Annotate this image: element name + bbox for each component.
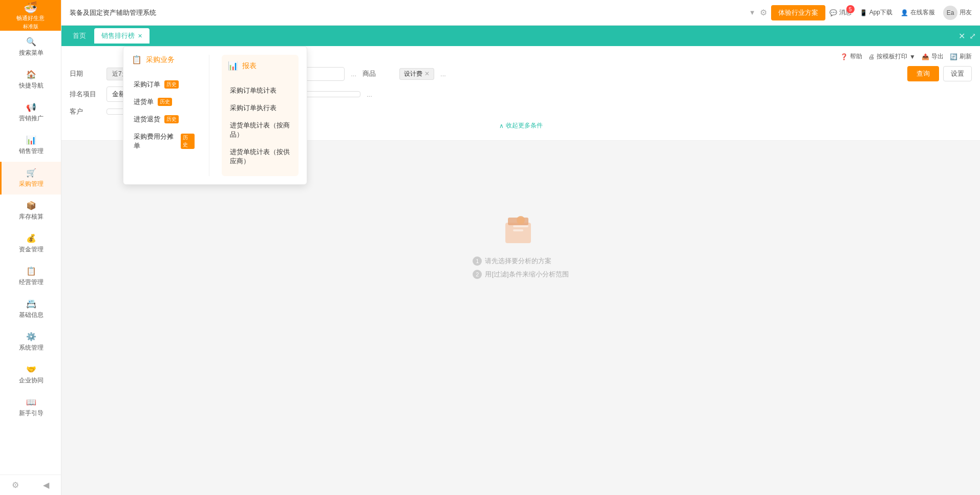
main-area: 装备及固定资产辅助管理系统 ▼ ⚙ 体验行业方案 💬 消息 5 📱 App下载 …: [61, 0, 980, 495]
purchase-report-col: 📊 报表 采购订单统计表 采购订单执行表 进货单统计表（按商品） 进货单统计表（…: [222, 55, 299, 176]
hint-text-2: 用[过滤]条件来缩小分析范围: [485, 270, 568, 279]
menu-item-purchase-order[interactable]: 采购订单 历史: [132, 76, 197, 93]
sales-icon: 📊: [26, 135, 36, 145]
menu-item-return-label: 进货退货: [134, 115, 160, 124]
app-download-item[interactable]: 📱 App下载: [860, 8, 892, 17]
tab-close-all-icon[interactable]: ✕: [958, 31, 965, 41]
messages-item[interactable]: 💬 消息 5: [829, 8, 851, 17]
order-status-dots[interactable]: ...: [351, 70, 356, 78]
menu-item-purchase-order-label: 采购订单: [134, 80, 160, 89]
svg-rect-3: [513, 225, 528, 227]
home-icon: 🏠: [26, 70, 36, 79]
incoming-stats-supplier-label: 进货单统计表（按供应商）: [230, 147, 291, 166]
operation-icon: 📋: [26, 266, 36, 276]
refresh-label: 刷新: [960, 52, 972, 61]
tab-sales-ranking-label: 销售排行榜: [101, 31, 135, 40]
tab-close-icon[interactable]: ✕: [138, 33, 142, 39]
sidebar-item-system[interactable]: ⚙️ 系统管理: [0, 326, 61, 358]
menu-item-incoming-stats-supplier[interactable]: 进货单统计表（按供应商）: [228, 143, 293, 170]
sidebar-item-guide[interactable]: 📖 新手引导: [0, 391, 61, 424]
tab-bar: 首页 销售排行榜 ✕ ✕ ⤢: [61, 26, 980, 46]
date-label: 日期: [70, 69, 100, 78]
tab-home[interactable]: 首页: [66, 28, 93, 44]
industry-btn[interactable]: 体验行业方案: [771, 5, 825, 20]
user-item[interactable]: Ea 用友: [943, 6, 972, 20]
print-btn[interactable]: 🖨 按模板打印 ▼: [868, 52, 915, 61]
toolbar-right: ❓ 帮助 🖨 按模板打印 ▼ 📤 导出 🔄 刷新: [840, 52, 972, 61]
phone-icon: 📱: [860, 9, 867, 16]
print-dropdown-icon: ▼: [909, 53, 915, 60]
menu-item-purchase-cost-label: 采购费用分摊单: [134, 132, 177, 150]
settings-button[interactable]: 设置: [943, 66, 972, 81]
logo-icon: 🍜: [24, 1, 37, 14]
report-label: 报表: [242, 61, 257, 71]
system-title: 装备及固定资产辅助管理系统: [70, 8, 745, 17]
sidebar-item-basic-info[interactable]: 📇 基础信息: [0, 293, 61, 326]
purchase-order-history-badge: 历史: [164, 80, 179, 89]
menu-item-purchase-order-exec[interactable]: 采购订单执行表: [228, 99, 293, 117]
svg-point-2: [517, 216, 525, 224]
purchase-dropdown-menu: 📋 采购业务 采购订单 历史 进货单 历史 进货退货 历史 采购费用分摊单: [123, 46, 307, 185]
online-service-label: 在线客服: [910, 8, 935, 17]
dropdown-arrow[interactable]: ▼: [749, 9, 756, 16]
purchase-biz-icon: 📋: [132, 55, 142, 64]
sidebar-settings-btn[interactable]: ⚙: [12, 480, 19, 490]
menu-item-incoming-label: 进货单: [134, 97, 154, 106]
marketing-icon: 📢: [26, 102, 36, 112]
help-icon: ❓: [840, 53, 848, 60]
goods-tag-text: 设计费: [404, 70, 422, 78]
inventory-icon: 📦: [26, 201, 36, 210]
user-label: 用友: [960, 8, 972, 17]
empty-hint-2: 2 用[过滤]条件来缩小分析范围: [473, 270, 568, 279]
enterprise-icon: 🤝: [26, 364, 36, 374]
menu-item-incoming-stats-goods[interactable]: 进货单统计表（按商品）: [228, 117, 293, 143]
sidebar-item-operation[interactable]: 📋 经营管理: [0, 260, 61, 293]
sidebar-item-sales[interactable]: 📊 销售管理: [0, 129, 61, 162]
collapse-button[interactable]: ∧ 收起更多条件: [499, 121, 543, 130]
hint-num-1: 1: [473, 256, 482, 266]
export-label: 导出: [931, 52, 944, 61]
sidebar-label-purchase: 采购管理: [19, 180, 44, 188]
messages-badge: 5: [846, 5, 855, 13]
query-button[interactable]: 查询: [907, 66, 939, 81]
sidebar-nav: 🔍 搜索菜单 🏠 快捷导航 📢 营销推广 📊 销售管理 🛒 采购管理 📦 库存核…: [0, 31, 61, 475]
menu-item-purchase-cost[interactable]: 采购费用分摊单 历史: [132, 128, 197, 155]
sidebar-item-inventory[interactable]: 📦 库存核算: [0, 195, 61, 227]
top-header: 装备及固定资产辅助管理系统 ▼ ⚙ 体验行业方案 💬 消息 5 📱 App下载 …: [61, 0, 980, 26]
purchase-order-stats-label: 采购订单统计表: [230, 86, 276, 95]
print-label: 按模板打印: [877, 52, 907, 61]
refresh-btn[interactable]: 🔄 刷新: [950, 52, 972, 61]
sidebar-label-quick-nav: 快捷导航: [19, 81, 44, 90]
sidebar-label-marketing: 营销推广: [19, 114, 44, 123]
tab-maximize-icon[interactable]: ⤢: [969, 31, 976, 41]
return-history-badge: 历史: [164, 115, 179, 123]
content-area: ❓ 帮助 🖨 按模板打印 ▼ 📤 导出 🔄 刷新: [61, 46, 980, 495]
logo-sub: 标准版: [23, 23, 38, 30]
sidebar-collapse-btn[interactable]: ◀: [43, 480, 49, 490]
online-service-item[interactable]: 👤 在线客服: [901, 8, 935, 17]
goods-tag-remove-icon[interactable]: ✕: [424, 70, 430, 77]
purchase-report-title: 📊 报表: [228, 61, 293, 75]
sidebar-label-search: 搜索菜单: [19, 49, 44, 57]
sidebar-item-marketing[interactable]: 📢 营销推广: [0, 96, 61, 129]
app-logo: 🍜 畅通好生意 标准版: [0, 0, 61, 31]
menu-item-return[interactable]: 进货退货 历史: [132, 111, 197, 128]
sidebar-item-quick-nav[interactable]: 🏠 快捷导航: [0, 63, 61, 96]
action-buttons: 查询 设置: [907, 66, 972, 81]
goods-dots[interactable]: ...: [440, 70, 446, 78]
header-right: 💬 消息 5 📱 App下载 👤 在线客服 Ea 用友: [829, 6, 972, 20]
salesperson-dots[interactable]: ...: [367, 91, 372, 98]
menu-item-purchase-order-stats[interactable]: 采购订单统计表: [228, 82, 293, 99]
empty-hint-1: 1 请先选择要分析的方案: [473, 256, 568, 266]
incoming-history-badge: 历史: [158, 98, 172, 106]
export-btn[interactable]: 📤 导出: [922, 52, 944, 61]
tab-sales-ranking[interactable]: 销售排行榜 ✕: [94, 28, 150, 44]
help-btn[interactable]: ❓ 帮助: [840, 52, 862, 61]
sidebar-item-enterprise[interactable]: 🤝 企业协同: [0, 358, 61, 391]
menu-item-incoming[interactable]: 进货单 历史: [132, 93, 197, 111]
settings-icon[interactable]: ⚙: [760, 8, 767, 17]
sidebar-item-purchase[interactable]: 🛒 采购管理: [0, 162, 61, 195]
goods-tag[interactable]: 设计费 ✕: [399, 68, 434, 80]
sidebar-item-search[interactable]: 🔍 搜索菜单: [0, 31, 61, 63]
sidebar-item-finance[interactable]: 💰 资金管理: [0, 227, 61, 260]
